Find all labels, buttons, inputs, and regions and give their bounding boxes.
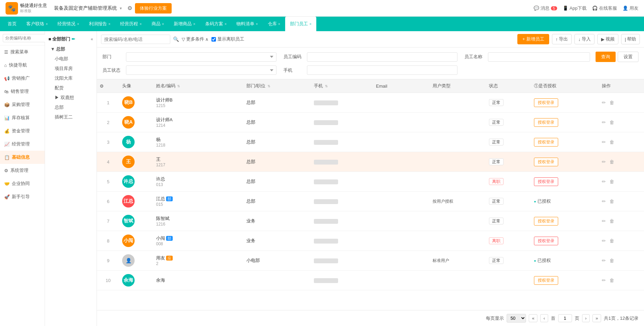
delete-icon[interactable]: 🗑: [609, 218, 614, 224]
nav-tab-商品[interactable]: 商品×: [147, 17, 169, 31]
dept-item-总部[interactable]: ▼ 总部: [45, 44, 97, 54]
sidebar-item-搜索菜单[interactable]: ☰搜索菜单: [0, 45, 45, 59]
sidebar-item-资金管理[interactable]: 💰资金管理: [0, 124, 45, 138]
sidebar-item-快捷导航[interactable]: ⌂快捷导航: [0, 59, 45, 72]
app-download-btn[interactable]: 📱 App下载: [563, 5, 587, 11]
edit-icon[interactable]: ✏: [602, 199, 606, 204]
auth-button[interactable]: 授权登录: [534, 217, 558, 226]
nav-tab-客户联络[interactable]: 客户联络×: [21, 17, 53, 31]
close-tab-icon[interactable]: ×: [46, 22, 48, 26]
nav-tab-仓库[interactable]: 仓库×: [263, 17, 285, 31]
show-resigned-checkbox[interactable]: [211, 37, 216, 42]
dept-item-小电部[interactable]: 小电部: [45, 54, 97, 64]
dept-item-双鹿想[interactable]: ▶ 双鹿想: [45, 93, 97, 103]
emp-name-input[interactable]: [488, 52, 590, 62]
dept-edit-icon[interactable]: ✏: [72, 37, 75, 42]
close-tab-icon[interactable]: ×: [309, 22, 311, 26]
export-button[interactable]: ↑ 导出: [552, 34, 572, 44]
close-tab-icon[interactable]: ×: [162, 22, 164, 26]
view-button[interactable]: ▶ 视频: [597, 34, 618, 44]
nav-tab-物料清单[interactable]: 物料清单×: [232, 17, 263, 31]
close-tab-icon[interactable]: ×: [256, 22, 258, 26]
sidebar-item-营销推广[interactable]: 📢营销推广: [0, 72, 45, 85]
col-settings[interactable]: ⚙: [97, 79, 119, 93]
close-tab-icon[interactable]: ×: [278, 22, 280, 26]
next-page-btn[interactable]: ›: [582, 314, 590, 322]
emp-code-input[interactable]: [307, 52, 457, 62]
more-filter-btn[interactable]: ▽ 更多条件 ∧: [182, 36, 209, 42]
auth-button[interactable]: 授权登录: [534, 158, 558, 166]
nav-tab-经营情况[interactable]: 经营情况×: [53, 17, 84, 31]
sidebar-item-经营管理[interactable]: 📈经营管理: [0, 138, 45, 151]
dept-item-项目库房[interactable]: 项目库房: [45, 64, 97, 73]
dept-item-总部[interactable]: 总部: [45, 103, 97, 112]
add-employee-button[interactable]: + 新增员工: [517, 34, 549, 44]
sidebar-item-基础信息[interactable]: 📋基础信息: [0, 151, 45, 164]
page-size-select[interactable]: 50 100: [507, 314, 526, 323]
delete-icon[interactable]: 🗑: [609, 100, 614, 105]
edit-icon[interactable]: ✏: [602, 100, 606, 105]
sidebar-item-新手引导[interactable]: 🚀新手引导: [0, 190, 45, 203]
auth-button[interactable]: 授权登录: [534, 138, 558, 147]
sidebar-item-采购管理[interactable]: 📦采购管理: [0, 98, 45, 111]
dept-item-沈阳大库[interactable]: 沈阳大库: [45, 73, 97, 83]
prev-page-btn[interactable]: ‹: [540, 314, 548, 322]
sidebar-item-库存核算[interactable]: 📊库存核算: [0, 111, 45, 124]
edit-icon[interactable]: ✏: [602, 139, 606, 145]
delete-icon[interactable]: 🗑: [609, 159, 614, 165]
delete-icon[interactable]: 🗑: [609, 238, 614, 244]
nav-tab-首页[interactable]: 首页: [3, 17, 21, 31]
edit-icon[interactable]: ✏: [602, 218, 606, 224]
nav-tab-经营历程[interactable]: 经营历程×: [115, 17, 146, 31]
page-input[interactable]: [558, 314, 572, 322]
edit-icon[interactable]: ✏: [602, 179, 606, 184]
close-tab-icon[interactable]: ×: [77, 22, 79, 26]
nav-tab-条码方案[interactable]: 条码方案×: [200, 17, 232, 31]
sidebar-item-企业协同[interactable]: 🤝企业协同: [0, 177, 45, 190]
edit-icon[interactable]: ✏: [602, 258, 606, 263]
dept-collapse-icon[interactable]: «: [91, 37, 93, 42]
delete-icon[interactable]: 🗑: [609, 199, 614, 204]
nav-tab-利润报告[interactable]: 利润报告×: [84, 17, 115, 31]
col-phone[interactable]: 手机 ⇅: [311, 79, 373, 93]
trial-button[interactable]: 体验行业方案: [135, 3, 172, 14]
close-tab-icon[interactable]: ×: [108, 22, 110, 26]
col-dept[interactable]: 部门/职位 ⇅: [244, 79, 311, 93]
edit-icon[interactable]: ✏: [602, 120, 606, 125]
show-resigned-checkbox-label[interactable]: 显示离职员工: [211, 36, 244, 42]
edit-icon[interactable]: ✏: [602, 277, 606, 283]
dept-filter-select[interactable]: [126, 52, 276, 62]
emp-status-select[interactable]: [126, 65, 276, 75]
import-button[interactable]: ↓ 导入: [574, 34, 595, 44]
dept-item-插树王二[interactable]: 插树王二: [45, 112, 97, 122]
auth-button[interactable]: 授权登录: [534, 177, 558, 186]
close-tab-icon[interactable]: ×: [225, 22, 227, 26]
delete-icon[interactable]: 🗑: [609, 120, 614, 125]
help-button[interactable]: | 帮助: [621, 34, 640, 44]
first-page-btn[interactable]: «: [529, 314, 537, 322]
delete-icon[interactable]: 🗑: [609, 139, 614, 145]
nav-tab-新增商品[interactable]: 新增商品×: [169, 17, 200, 31]
query-button[interactable]: 查询: [596, 52, 616, 62]
edit-icon[interactable]: ✏: [602, 159, 606, 165]
close-tab-icon[interactable]: ×: [139, 22, 142, 26]
auth-button[interactable]: 授权登录: [534, 276, 558, 285]
sidebar-item-系统管理[interactable]: ⚙系统管理: [0, 164, 45, 177]
col-name[interactable]: 姓名/编码 ⇅: [153, 79, 244, 93]
delete-icon[interactable]: 🗑: [609, 179, 614, 184]
edit-icon[interactable]: ✏: [602, 238, 606, 244]
online-service-btn[interactable]: 🎧 在线客服: [592, 5, 617, 11]
dept-item-配货[interactable]: 配货: [45, 83, 97, 93]
close-tab-icon[interactable]: ×: [193, 22, 195, 26]
delete-icon[interactable]: 🗑: [609, 258, 614, 263]
auth-button[interactable]: 授权登录: [534, 237, 558, 245]
auth-button[interactable]: 授权登录: [534, 98, 558, 107]
search-input[interactable]: [101, 35, 170, 44]
user-area[interactable]: 👤 用友: [623, 5, 638, 11]
message-btn[interactable]: 💬 消息 5: [534, 5, 557, 11]
set-button[interactable]: 设置: [618, 52, 638, 62]
delete-icon[interactable]: 🗑: [609, 277, 614, 283]
system-title-dropdown[interactable]: ▾: [120, 6, 122, 11]
sidebar-item-销售管理[interactable]: 🛍销售管理: [0, 85, 45, 98]
phone-input[interactable]: [307, 65, 457, 75]
